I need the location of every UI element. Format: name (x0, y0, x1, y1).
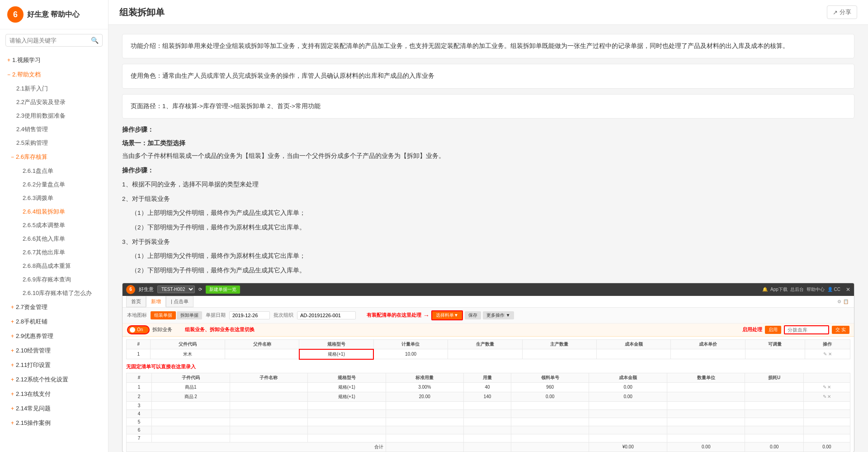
sidebar-item-2-6-1[interactable]: 2.6.1盘点单 (0, 164, 108, 178)
share-button[interactable]: ↗ 分享 (827, 5, 857, 19)
sidebar-item-2-15[interactable]: + 2.15操作案例 (0, 416, 108, 430)
sidebar-item-2-6-8[interactable]: 2.6.8商品成本重算 (0, 259, 108, 273)
sidebar-item-label: 2.15操作案例 (16, 419, 51, 427)
th-cost-price: 成本单价 (671, 339, 745, 349)
th-loss: 损耗U (745, 373, 803, 382)
sidebar-item-2-4[interactable]: 2.4销售管理 (0, 123, 108, 136)
ss-app-logo: 6 (126, 285, 135, 294)
ss-row-edit3[interactable]: ✎ (823, 394, 826, 399)
func-intro-text: 功能介绍：组装拆卸单用来处理企业组装或拆卸等加工业务，支持有固定装配清单的产品加… (131, 41, 846, 52)
plus-icon: + (11, 333, 14, 339)
sidebar-item-2-6-6[interactable]: 2.6.6其他入库单 (0, 232, 108, 246)
sidebar-item-2-6-5[interactable]: 2.6.5成本调整单 (0, 219, 108, 232)
ss-row-edit2[interactable]: ✎ (823, 385, 826, 390)
ss-side-icon1: ⚙ (837, 299, 841, 304)
sidebar-item-2-2[interactable]: 2.2产品安装及登录 (0, 95, 108, 109)
sidebar-item-2-12[interactable]: + 2.12系统个性化设置 (0, 372, 108, 387)
ss-tab-new[interactable]: 新增 (146, 296, 166, 307)
ss-side-icon2: 📋 (843, 299, 849, 304)
ss-nav-icon2: App下载 (770, 286, 788, 293)
th-qty: 用量 (464, 373, 511, 382)
search-input[interactable] (9, 37, 91, 44)
ss-toggle-dot (130, 327, 135, 333)
ss-row-edit[interactable]: ✎ (823, 352, 827, 357)
sidebar-item-2-11[interactable]: + 2.11打印设置 (0, 358, 108, 372)
page-title: 组装拆卸单 (119, 6, 165, 19)
sidebar-item-2-6-9[interactable]: 2.6.9库存账本查询 (0, 273, 108, 286)
sidebar-item-2-8[interactable]: + 2.8手机旺铺 (0, 314, 108, 329)
ss-subheader: On 拆卸业务 组装业务、拆卸业务在这里切换 启用处理 启用 交 实 (123, 324, 854, 337)
ss-company-select[interactable]: TEST-H002 (157, 285, 195, 293)
ss-annotation1: 有装配清单的在这里处理 (367, 312, 421, 319)
step-2-1: （1）上部明细为父件明细，最终作为产成品生成其它入库单； (122, 207, 854, 219)
minus-icon: − (11, 154, 14, 160)
ss-nav-icon1: 🔔 (762, 287, 768, 292)
table-row: 2 商品 2 规格(+1) 20.00 140 0.00 0.00 ✎ (127, 392, 850, 401)
search-icon: 🔍 (91, 37, 99, 44)
table-row: 3 (127, 401, 850, 409)
steps-title: 操作步骤： (122, 165, 854, 176)
ss-enable-btn[interactable]: 启用 (765, 326, 781, 334)
ss-select-bom-btn[interactable]: 选择料单▼ (431, 310, 463, 320)
sidebar-item-2-6-3[interactable]: 2.6.3调拨单 (0, 191, 108, 205)
sidebar-item-2-10[interactable]: + 2.10经营管理 (0, 343, 108, 358)
sidebar-item-2-6-4[interactable]: 2.6.4组装拆卸单 (0, 205, 108, 219)
sidebar-item-video[interactable]: + 1.视频学习 (0, 53, 108, 67)
plus-icon: + (11, 420, 14, 426)
ss-id-input[interactable] (297, 311, 356, 319)
sidebar-item-label: 2.13在线支付 (16, 390, 51, 398)
sidebar-item-2-5[interactable]: 2.5采购管理 (0, 136, 108, 150)
ss-tab-home[interactable]: 首页 (126, 296, 146, 307)
plus-icon: + (7, 57, 10, 63)
ss-tab-list[interactable]: | 点击单 (166, 296, 193, 307)
ss-close-icon[interactable]: ✕ (846, 286, 850, 293)
ss-annotation2-area: 组装业务、拆卸业务在这里切换 (185, 326, 255, 333)
sidebar-item-2-6-10[interactable]: 2.6.10库存账本错了怎么办 (0, 286, 108, 300)
ss-topbar: 6 好生意 TEST-H002 ⟳ 新建单据一览 🔔 App下载 总后台 帮助中… (123, 283, 854, 296)
sidebar-item-2-13[interactable]: + 2.13在线支付 (0, 387, 108, 401)
ss-child-table-header: # 子件代码 子件名称 规格型号 标准用量 用量 领料单号 成本金额 数量单位 … (127, 373, 850, 382)
ss-date-input[interactable] (229, 311, 270, 319)
th-pick-no: 领料单号 (511, 373, 589, 382)
ss-row-del3[interactable]: ✕ (827, 394, 831, 399)
th-num2: # (127, 373, 152, 382)
sidebar-item-label: 2.12系统个性化设置 (16, 376, 68, 384)
ss-confirm-btn[interactable]: 交 实 (832, 326, 849, 334)
sidebar-item-label: 2.8手机旺铺 (16, 318, 47, 326)
sidebar-item-2-6-2[interactable]: 2.6.2分量盘点单 (0, 178, 108, 191)
sidebar-item-2-6-7[interactable]: 2.6.7其他出库单 (0, 246, 108, 259)
ss-nav-icon3: 总后台 (790, 286, 804, 293)
app-logo: 6 (7, 6, 24, 23)
th-code: 父件代码 (151, 339, 225, 349)
sidebar-item-2-9[interactable]: + 2.9优惠券管理 (0, 329, 108, 343)
ss-parent-table: # 父件代码 父件名称 规格型号 计量单位 生产数量 主产数量 成本金额 成本单… (126, 339, 850, 360)
ss-row-del2[interactable]: ✕ (827, 385, 831, 390)
sidebar-item-2-14[interactable]: + 2.14常见问题 (0, 401, 108, 416)
ss-id-label: 批次组织 (274, 312, 293, 319)
ss-btn-disassemble[interactable]: 拆卸单据 (177, 311, 202, 319)
ss-new-btn[interactable]: 新建单据一览 (206, 285, 240, 294)
sidebar-item-2-6[interactable]: − 2.6库存核算 (0, 150, 108, 164)
path-block: 页面路径：1、库存核算->库存管理->组装拆卸单 2、首页->常用功能 (122, 94, 854, 119)
ss-btn-assemble[interactable]: 组装单据 (151, 311, 176, 319)
th-cost-amt: 成本金额 (596, 339, 670, 349)
func-intro-label: 功能介绍： (131, 43, 162, 49)
sidebar-item-2-7[interactable]: + 2.7资金管理 (0, 300, 108, 314)
ss-toggle[interactable]: On (127, 325, 150, 334)
sidebar-item-2-1[interactable]: 2.1新手入门 (0, 82, 108, 95)
scenario1-desc: 当由多个子件材料组装成一个成品的业务为【组装】业务，当由一个父件拆分成多个子产品… (122, 150, 854, 162)
table-row: 1 商品1 规格(+1) 3.00% 40 960 0.00 ✎ (127, 382, 850, 392)
ss-parent-table-header: # 父件代码 父件名称 规格型号 计量单位 生产数量 主产数量 成本金额 成本单… (127, 339, 850, 349)
ss-footer-total: 合计 (127, 442, 386, 452)
ss-row-delete[interactable]: ✕ (828, 352, 832, 357)
ss-more-btn[interactable]: 更多操作 ▼ (483, 311, 514, 319)
plus-icon: + (11, 391, 14, 397)
ss-org-input[interactable] (784, 325, 829, 334)
sidebar-item-2-3[interactable]: 2.3使用前数据准备 (0, 109, 108, 123)
ss-type-buttons: 组装单据 拆卸单据 (151, 311, 202, 319)
ss-side-icons: ⚙ 📋 (835, 297, 850, 306)
search-box[interactable]: 🔍 (5, 34, 103, 47)
sidebar-item-docs[interactable]: − 2.帮助文档 (0, 67, 108, 82)
ss-save-btn[interactable]: 保存 (465, 311, 481, 319)
ops-title: 操作步骤： (122, 126, 854, 134)
